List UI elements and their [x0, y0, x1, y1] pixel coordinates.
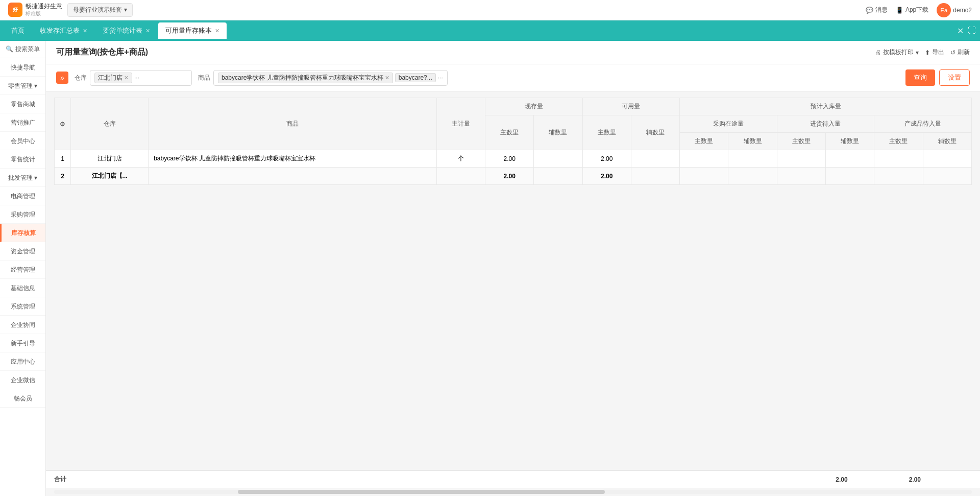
sidebar-item-wecom[interactable]: 企业微信	[0, 371, 45, 389]
tab-stock-summary-close[interactable]: ✕	[83, 28, 87, 34]
sidebar-item-label: 零售管理 ▾	[8, 82, 37, 90]
warehouse-filter: 仓库 江北门店 ✕ ···	[75, 70, 192, 86]
product-tag-1-close[interactable]: ✕	[385, 75, 389, 81]
col-stock-aux-header: 辅数里	[534, 115, 582, 150]
footer-label: 合计	[54, 475, 95, 484]
row-warehouse: 江北门店	[71, 150, 149, 168]
tab-available-inventory[interactable]: 可用量库存账本 ✕	[158, 22, 227, 39]
sidebar-item-system[interactable]: 系统管理	[0, 297, 45, 316]
app-download-button[interactable]: 📱 App下载	[896, 6, 928, 14]
sidebar-item-app-center[interactable]: 应用中心	[0, 352, 45, 371]
row-no: 1	[55, 150, 71, 168]
company-name: 母婴行业演示账套	[73, 6, 122, 14]
query-button[interactable]: 查询	[905, 69, 935, 86]
sidebar-item-label: 畅会员	[14, 394, 32, 403]
main-layout: 🔍 搜索菜单 快捷导航 零售管理 ▾ 零售商城 营销推广 会员中心 零售统计 批…	[0, 41, 980, 496]
col-stock-main-header: 主数里	[485, 115, 534, 150]
template-print-label: 按模板打印	[883, 48, 914, 57]
warehouse-tag-close[interactable]: ✕	[124, 75, 129, 81]
row-available-aux	[631, 150, 679, 168]
tab-order-stats-close[interactable]: ✕	[145, 28, 150, 34]
row-purchase-aux	[728, 150, 777, 168]
row-produced-main-group	[874, 168, 923, 185]
row-produced-aux-group	[923, 168, 971, 185]
col-settings-header[interactable]: ⚙	[55, 98, 71, 150]
product-filter-more[interactable]: ···	[438, 74, 443, 81]
tab-stock-summary[interactable]: 收发存汇总表 ✕	[33, 22, 94, 39]
row-incoming-main	[777, 150, 825, 168]
template-print-button[interactable]: 🖨 按模板打印 ▾	[875, 48, 919, 57]
sidebar-item-operations[interactable]: 经营管理	[0, 261, 45, 279]
download-icon: 📱	[896, 7, 903, 14]
row-produced-main	[874, 150, 923, 168]
filter-more-icon[interactable]: ···	[134, 74, 139, 81]
col-incoming-aux-header: 辅数里	[825, 133, 874, 150]
maximize-icon[interactable]: ⛶	[968, 26, 976, 35]
close-window-icon[interactable]: ✕	[957, 26, 964, 36]
setting-button[interactable]: 设置	[939, 69, 970, 86]
top-bar-left: 好 畅捷通好生意 标准版 母婴行业演示账套 ▾	[8, 3, 133, 17]
sidebar-item-label: 应用中心	[11, 358, 35, 366]
sidebar-item-purchase[interactable]: 采购管理	[0, 205, 45, 224]
table-footer: 合计 2.00 2.00	[46, 470, 980, 488]
col-available-group-header: 可用量	[582, 98, 680, 115]
sidebar-item-quick-nav[interactable]: 快捷导航	[0, 58, 45, 77]
sidebar-item-label: 资金管理	[11, 247, 35, 256]
refresh-button[interactable]: ↺ 刷新	[950, 48, 970, 57]
sidebar-item-wholesale[interactable]: 批发管理 ▾	[0, 169, 45, 187]
sidebar-item-inventory[interactable]: 库存核算	[0, 224, 45, 242]
tab-order-stats[interactable]: 要货单统计表 ✕	[95, 22, 157, 39]
row-unit-group	[436, 168, 485, 185]
sidebar-item-label: 新手引导	[11, 339, 35, 348]
export-button[interactable]: ⬆ 导出	[925, 48, 944, 57]
horizontal-scrollbar[interactable]	[54, 490, 972, 494]
nav-tabs: 首页 收发存汇总表 ✕ 要货单统计表 ✕ 可用量库存账本 ✕ ✕ ⛶	[0, 20, 980, 41]
sidebar-item-finance[interactable]: 资金管理	[0, 242, 45, 261]
scrollbar-thumb[interactable]	[238, 490, 605, 494]
sidebar-item-enterprise[interactable]: 企业协同	[0, 316, 45, 334]
home-tab-label: 首页	[11, 26, 24, 35]
sidebar-item-vip[interactable]: 畅会员	[0, 389, 45, 408]
export-icon: ⬆	[925, 49, 930, 56]
sidebar-item-member[interactable]: 会员中心	[0, 132, 45, 150]
sidebar-item-retail-stats[interactable]: 零售统计	[0, 150, 45, 169]
tab-stock-summary-label: 收发存汇总表	[40, 26, 80, 35]
user-area[interactable]: Ea demo2	[937, 3, 972, 17]
row-stock-main: 2.00	[485, 150, 534, 168]
row-stock-aux	[534, 150, 582, 168]
avatar: Ea	[937, 3, 951, 17]
company-selector[interactable]: 母婴行业演示账套 ▾	[67, 3, 133, 17]
filter-toggle-button[interactable]: »	[56, 72, 68, 84]
data-table: ⚙ 仓库 商品 主计量 现存量 可用量 预计入库量 主数里 辅数里 主数里 辅数…	[54, 98, 972, 185]
chevron-down-icon: ▾	[916, 49, 919, 56]
product-input[interactable]: babycare学饮杯 儿童防摔防撞吸管杯重力球吸嘴杯宝宝水杯 ✕ babyca…	[213, 70, 448, 86]
sidebar-item-label: 电商管理	[11, 192, 35, 201]
col-purchase-aux-header: 辅数里	[728, 133, 777, 150]
sidebar-item-label: 企业协同	[11, 321, 35, 329]
warehouse-input[interactable]: 江北门店 ✕ ···	[90, 70, 192, 86]
col-produced-group-header: 产成品待入量	[874, 115, 972, 133]
sidebar-item-zero-retail[interactable]: 零售管理 ▾	[0, 77, 45, 95]
product-tag-1: babycare学饮杯 儿童防摔防撞吸管杯重力球吸嘴杯宝宝水杯 ✕	[218, 73, 393, 83]
refresh-icon: ↺	[950, 49, 955, 56]
brand-sub: 标准版	[26, 10, 62, 17]
sidebar-item-marketing[interactable]: 营销推广	[0, 113, 45, 132]
sidebar-item-guide[interactable]: 新手引导	[0, 334, 45, 352]
sidebar-item-label: 采购管理	[11, 210, 35, 219]
row-no: 2	[55, 168, 71, 185]
col-available-main-header: 主数里	[582, 115, 631, 150]
brand-name: 畅捷通好生意	[26, 3, 62, 10]
sidebar-search[interactable]: 🔍 搜索菜单	[0, 41, 45, 58]
sidebar-item-label: 营销推广	[11, 119, 35, 127]
tab-home[interactable]: 首页	[4, 22, 32, 39]
tab-available-inventory-close[interactable]: ✕	[215, 28, 219, 34]
col-incoming-group-header: 进货待入量	[777, 115, 874, 133]
sidebar-item-label: 库存核算	[11, 229, 36, 238]
sidebar-item-retail-mall[interactable]: 零售商城	[0, 95, 45, 113]
sidebar-item-ecommerce[interactable]: 电商管理	[0, 187, 45, 205]
sidebar-item-label: 会员中心	[11, 137, 35, 146]
product-label: 商品	[198, 74, 210, 82]
sidebar-item-basic-info[interactable]: 基础信息	[0, 279, 45, 297]
message-button[interactable]: 💬 消息	[866, 6, 888, 14]
top-bar-right: 💬 消息 📱 App下载 Ea demo2	[866, 3, 972, 17]
